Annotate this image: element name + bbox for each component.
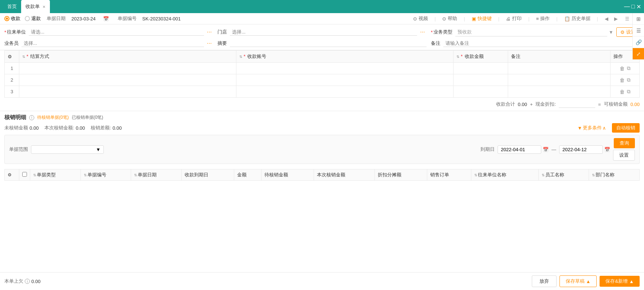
col-staff-name: ⇅员工名称 (538, 169, 589, 181)
copy-row-1-icon[interactable]: ⧉ (627, 65, 631, 71)
staff-more-btn[interactable]: ··· (205, 40, 213, 47)
discount-input[interactable] (559, 101, 595, 108)
col-doc-type: ⇅单据类型 (30, 169, 81, 181)
sidebar-expand-icon[interactable]: ⤢ (633, 48, 644, 60)
col-sales-order: 销售订单 (427, 169, 471, 181)
radio-receipt[interactable]: 收款 (4, 15, 20, 22)
diff-value: 0.00 (113, 125, 122, 131)
staff-input[interactable] (21, 40, 204, 47)
store-more-btn[interactable]: ··· (419, 29, 426, 35)
date-from-calendar-icon[interactable]: 📅 (543, 147, 549, 152)
footer-bar: 本单上欠 i 0.00 放弃 保存草稿 ▲ 保存&新增 ▲ (0, 272, 644, 290)
form-row-1: * 往来单位 ··· 门店 ··· * 业务类型 预收款 ▼ ⚙ (4, 27, 640, 37)
footer-info-icon[interactable]: i (25, 279, 30, 284)
view-list-icon[interactable]: ☰ (625, 16, 629, 21)
toolbar: 收款 退款 单据日期 2023-03-24 📅 单据编号 SK-20230324… (0, 13, 644, 24)
bottom-table: ⚙ ⇅单据类型 ⇅单据编号 ⇅单据日期 收款到期日 (4, 169, 640, 181)
remarks-cell-2[interactable] (508, 74, 610, 86)
col-account: ⇅ * 收款账号 (236, 51, 453, 63)
save-draft-arrow-icon: ▲ (586, 279, 591, 284)
filter-settings-button[interactable]: 设置 (613, 150, 635, 161)
nav-next-icon[interactable]: ▶ (614, 16, 618, 21)
nav-prev-icon[interactable]: ◀ (605, 16, 608, 21)
col-settlement: ⇅ * 结算方式 (19, 51, 236, 63)
settlement-cell-2[interactable] (19, 74, 236, 86)
close-window-icon[interactable]: ✕ (636, 3, 641, 10)
table-gear-icon[interactable]: ⚙ (5, 51, 19, 63)
operation-action[interactable]: ≡ 操作 (536, 15, 550, 22)
account-cell-3[interactable] (236, 86, 453, 98)
minimize-icon[interactable]: — (624, 3, 630, 10)
copy-row-3-icon[interactable]: ⧉ (627, 89, 631, 95)
sidebar-table-icon[interactable]: ⊞ (633, 13, 644, 25)
table-row: 2 🗑 ⧉ (5, 74, 640, 86)
col-amount: ⇅ * 收款金额 (453, 51, 508, 63)
abandon-button[interactable]: 放弃 (532, 275, 557, 287)
help-action[interactable]: ⊙ 帮助 (442, 15, 457, 22)
this-verify-value: 0.00 (76, 125, 85, 131)
more-conditions-btn[interactable]: ▼ 更多条件 ∧ (577, 125, 606, 131)
print-action[interactable]: 🖨 打印 (506, 15, 522, 22)
delete-row-2-icon[interactable]: 🗑 (620, 77, 625, 83)
settlement-cell-1[interactable] (19, 63, 236, 74)
summary-input[interactable] (230, 40, 426, 47)
close-tab-icon[interactable]: × (43, 4, 46, 9)
counterpart-more-btn[interactable]: ··· (205, 29, 213, 35)
video-action[interactable]: ⊙ 视频 (413, 15, 428, 22)
save-draft-button[interactable]: 保存草稿 ▲ (559, 275, 597, 287)
date-value: 2023-03-24 (71, 16, 96, 21)
date-to-calendar-icon[interactable]: 📅 (604, 147, 610, 152)
save-new-button[interactable]: 保存&新增 ▲ (600, 276, 640, 287)
video-icon: ⊙ (413, 16, 417, 21)
bottom-table-area: ⚙ ⇅单据类型 ⇅单据编号 ⇅单据日期 收款到期日 (0, 169, 644, 181)
amount-cell-2[interactable] (453, 74, 508, 86)
shortcut-action[interactable]: ▣ 快捷键 (472, 15, 492, 22)
col-this-verify: 本次核销金额 (314, 169, 375, 181)
nav-tab-receipt[interactable]: 收款单 × (21, 0, 50, 13)
date-to-input[interactable] (559, 145, 603, 154)
verifiable-value: 0.00 (631, 102, 640, 107)
store-input[interactable] (230, 28, 417, 36)
counterpart-field: * 往来单位 ··· (4, 28, 213, 36)
auto-verify-button[interactable]: 自动核销 (612, 123, 640, 133)
verify-info-icon[interactable]: i (29, 115, 34, 120)
col-discount: 折扣分摊额 (375, 169, 427, 181)
delete-row-3-icon[interactable]: 🗑 (620, 89, 625, 95)
col-checkbox-header[interactable] (19, 169, 30, 181)
table-area: ⚙ ⇅ * 结算方式 ⇅ * 收款账号 ⇅ * 收款 (0, 50, 644, 98)
amount-cell-1[interactable] (453, 63, 508, 74)
form-row-2: 业务员 ··· 摘要 备注 (4, 40, 640, 47)
nav-tab-home[interactable]: 首页 (3, 0, 21, 13)
date-from-input[interactable] (498, 145, 541, 154)
amount-cell-3[interactable] (453, 86, 508, 98)
remarks-cell-1[interactable] (508, 63, 610, 74)
verify-tab-pending[interactable]: 待核销单据(0笔) (37, 114, 69, 121)
top-navigation: 首页 收款单 × — □ ✕ (0, 0, 644, 13)
col-gear-bottom[interactable]: ⚙ (5, 169, 19, 181)
filter-icon: ▼ (577, 125, 582, 131)
copy-row-2-icon[interactable]: ⧉ (627, 77, 631, 83)
verify-tab-done[interactable]: 已核销单据(0笔) (72, 114, 103, 121)
remarks-cell-3[interactable] (508, 86, 610, 98)
remarks-input[interactable] (443, 40, 640, 47)
select-all-checkbox[interactable] (22, 172, 27, 177)
counterpart-input[interactable] (29, 28, 204, 36)
operation-icon: ≡ (536, 16, 539, 21)
delete-row-1-icon[interactable]: 🗑 (620, 66, 625, 71)
save-new-arrow-icon: ▲ (629, 279, 634, 284)
current-label: 本单上欠 (4, 278, 23, 285)
print-icon: 🖨 (506, 16, 511, 21)
settlement-cell-3[interactable] (19, 86, 236, 98)
current-value: 0.00 (31, 279, 40, 284)
sidebar-link-icon[interactable]: 🔗 (633, 36, 644, 48)
account-cell-1[interactable] (236, 63, 453, 74)
sidebar-list-icon[interactable]: ☰ (633, 25, 644, 36)
query-button[interactable]: 查询 (614, 138, 635, 148)
maximize-icon[interactable]: □ (631, 3, 635, 10)
radio-refund[interactable]: 退款 (25, 15, 41, 22)
date-calendar-icon[interactable]: 📅 (103, 16, 109, 21)
history-action[interactable]: 📋 历史单据 (564, 15, 590, 22)
range-select[interactable]: ▼ (31, 145, 104, 154)
account-cell-2[interactable] (236, 74, 453, 86)
business-type-select[interactable]: 预收款 (455, 28, 607, 36)
